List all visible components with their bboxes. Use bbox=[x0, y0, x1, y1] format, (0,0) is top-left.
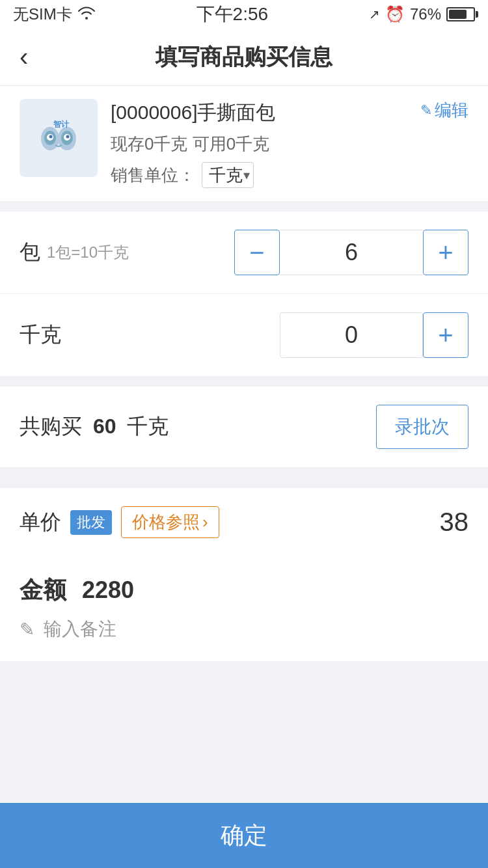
status-bar: 无SIM卡 下午2:56 ↗ ⏰ 76% bbox=[0, 0, 488, 29]
package-qty-row: 包 1包=10千克 − 6 + bbox=[0, 211, 488, 294]
kg-controls: 0 + bbox=[280, 312, 468, 358]
unit-label: 销售单位： bbox=[111, 164, 195, 187]
status-right: ↗ ⏰ 76% bbox=[369, 5, 475, 23]
package-decrement-button[interactable]: − bbox=[234, 230, 280, 275]
nav-bar: ‹ 填写商品购买信息 bbox=[0, 29, 488, 86]
package-controls: − 6 + bbox=[234, 230, 468, 275]
package-sublabel: 1包=10千克 bbox=[47, 242, 129, 263]
amount-row: 金额 2280 bbox=[20, 575, 468, 606]
amount-value: 2280 bbox=[82, 576, 134, 603]
package-input[interactable]: 6 bbox=[280, 230, 423, 275]
note-placeholder: 输入备注 bbox=[44, 617, 116, 642]
price-value: 38 bbox=[440, 508, 469, 537]
back-icon: ‹ bbox=[20, 42, 28, 71]
svg-point-7 bbox=[66, 135, 70, 139]
kg-increment-button[interactable]: + bbox=[423, 312, 468, 358]
total-section: 共购买 60 千克 录批次 bbox=[0, 387, 488, 467]
unit-select[interactable]: 千克 bbox=[202, 162, 254, 188]
product-logo: 智计 bbox=[33, 118, 85, 157]
total-unit: 千克 bbox=[127, 414, 169, 438]
kg-label: 千克 bbox=[20, 321, 61, 349]
total-label: 共购买 60 千克 bbox=[20, 413, 169, 441]
product-image: 智计 bbox=[20, 99, 98, 177]
divider bbox=[0, 478, 488, 488]
status-time: 下午2:56 bbox=[197, 2, 269, 27]
amount-section: 金额 2280 ✎ 输入备注 bbox=[0, 556, 488, 661]
price-ref-label: 价格参照 bbox=[132, 511, 200, 534]
price-label: 单价 bbox=[20, 508, 61, 537]
kg-input[interactable]: 0 bbox=[280, 312, 423, 358]
pencil-icon: ✎ bbox=[20, 619, 34, 640]
price-tag: 批发 bbox=[70, 510, 112, 535]
package-increment-button[interactable]: + bbox=[423, 230, 468, 275]
confirm-bar[interactable]: 确定 bbox=[0, 803, 488, 868]
price-ref-button[interactable]: 价格参照 › bbox=[121, 506, 219, 538]
battery-icon bbox=[446, 7, 475, 21]
total-amount: 60 bbox=[93, 414, 116, 438]
back-button[interactable]: ‹ bbox=[20, 42, 28, 72]
amount-label: 金额 bbox=[20, 576, 66, 603]
product-card: 智计 [0000006]手撕面包 ✎ 编辑 现存0千克 可用0千克 销售单位： … bbox=[0, 86, 488, 201]
battery-label: 76% bbox=[410, 5, 441, 23]
svg-point-6 bbox=[49, 135, 53, 139]
product-header: [0000006]手撕面包 ✎ 编辑 bbox=[111, 99, 468, 126]
product-name: [0000006]手撕面包 bbox=[111, 99, 275, 126]
wifi-icon bbox=[77, 5, 96, 23]
edit-label: 编辑 bbox=[435, 99, 468, 122]
page-title: 填写商品购买信息 bbox=[156, 42, 332, 72]
carrier-label: 无SIM卡 bbox=[13, 4, 72, 25]
edit-icon: ✎ bbox=[420, 102, 432, 119]
alarm-icon: ⏰ bbox=[385, 5, 405, 23]
product-info: [0000006]手撕面包 ✎ 编辑 现存0千克 可用0千克 销售单位： 千克 bbox=[111, 99, 468, 188]
quantity-section: 包 1包=10千克 − 6 + 千克 0 + bbox=[0, 211, 488, 376]
batch-button[interactable]: 录批次 bbox=[376, 405, 468, 449]
product-unit: 销售单位： 千克 bbox=[111, 162, 468, 188]
note-row[interactable]: ✎ 输入备注 bbox=[20, 617, 468, 642]
price-ref-arrow: › bbox=[202, 512, 208, 532]
svg-text:智计: 智计 bbox=[53, 120, 70, 129]
unit-select-wrap[interactable]: 千克 bbox=[202, 162, 254, 188]
status-left: 无SIM卡 bbox=[13, 4, 96, 25]
total-prefix: 共购买 bbox=[20, 414, 82, 438]
price-section: 单价 批发 价格参照 › 38 bbox=[0, 488, 488, 556]
package-label: 包 bbox=[20, 238, 40, 267]
product-stock: 现存0千克 可用0千克 bbox=[111, 133, 468, 156]
price-left: 单价 批发 价格参照 › bbox=[20, 506, 219, 538]
location-icon: ↗ bbox=[369, 7, 380, 22]
kg-qty-row: 千克 0 + bbox=[0, 294, 488, 376]
confirm-button[interactable]: 确定 bbox=[221, 820, 267, 852]
edit-button[interactable]: ✎ 编辑 bbox=[420, 99, 468, 122]
